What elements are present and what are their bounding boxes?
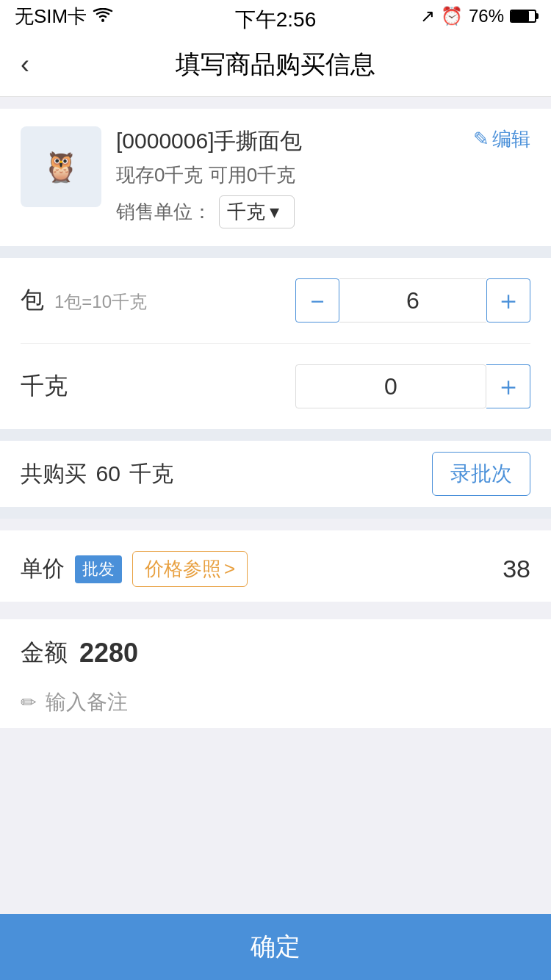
- remark-row[interactable]: ✏ 输入备注: [21, 677, 530, 728]
- pack-label-group: 包 1包=10千克: [21, 284, 147, 317]
- kg-quantity-row: 千克 ＋: [21, 344, 530, 429]
- status-right: ↗ ⏰ 76%: [420, 6, 536, 26]
- remark-icon: ✏: [21, 691, 37, 714]
- empty-space: [0, 728, 551, 934]
- carrier-label: 无SIM卡: [15, 4, 87, 29]
- kg-label-group: 千克: [21, 370, 68, 403]
- pack-hint: 1包=10千克: [54, 290, 147, 314]
- kg-label: 千克: [21, 370, 68, 403]
- summary-unit: 千克: [129, 461, 173, 486]
- amount-value: 2280: [79, 638, 138, 669]
- alarm-icon: ⏰: [441, 6, 463, 26]
- amount-section: 金额 2280 ✏ 输入备注: [0, 602, 551, 728]
- unit-label: 销售单位：: [116, 199, 212, 225]
- dropdown-icon: ▾: [270, 201, 279, 223]
- price-row: 单价 批发 价格参照 > 38: [21, 551, 530, 587]
- amount-row: 金额 2280: [21, 637, 530, 669]
- price-ref-arrow: >: [224, 558, 235, 580]
- product-info: [0000006]手撕面包 ✎ 编辑 现存0千克 可用0千克 销售单位： 千克 …: [116, 126, 530, 228]
- confirm-button[interactable]: 确定: [251, 930, 300, 964]
- confirm-bar[interactable]: 确定: [0, 914, 551, 980]
- summary-text: 共购买 60 千克: [21, 459, 173, 489]
- price-ref-label: 价格参照: [145, 556, 221, 582]
- kg-plus-button[interactable]: ＋: [486, 364, 530, 408]
- pack-plus-button[interactable]: ＋: [486, 278, 530, 323]
- kg-input[interactable]: [295, 364, 486, 408]
- price-ref-button[interactable]: 价格参照 >: [132, 551, 248, 587]
- unit-select[interactable]: 千克 ▾: [219, 195, 295, 228]
- battery-icon: [510, 10, 536, 23]
- edit-button[interactable]: ✎ 编辑: [473, 126, 530, 152]
- svg-point-0: [101, 19, 104, 22]
- pack-label: 包: [21, 284, 44, 317]
- price-label: 单价: [21, 554, 65, 584]
- batch-button[interactable]: 录批次: [432, 452, 530, 496]
- summary-amount: 60: [96, 461, 120, 486]
- product-card: 🦉 [0000006]手撕面包 ✎ 编辑 现存0千克 可用0千克 销售单位： 千…: [0, 109, 551, 246]
- divider-1: [0, 246, 551, 258]
- status-bar: 无SIM卡 下午2:56 ↗ ⏰ 76%: [0, 0, 551, 32]
- kg-control: ＋: [295, 364, 530, 408]
- product-stock: 现存0千克 可用0千克: [116, 162, 530, 188]
- product-logo: 🦉: [43, 150, 79, 184]
- nav-bar: ‹ 填写商品购买信息: [0, 32, 551, 97]
- wifi-icon: [93, 5, 113, 28]
- pack-quantity-row: 包 1包=10千克 － ＋: [21, 258, 530, 344]
- price-section: 单价 批发 价格参照 > 38: [0, 530, 551, 602]
- product-unit-row: 销售单位： 千克 ▾: [116, 195, 530, 228]
- product-top: [0000006]手撕面包 ✎ 编辑: [116, 126, 530, 156]
- unit-value: 千克: [227, 199, 265, 225]
- price-value: 38: [503, 555, 530, 583]
- summary-section: 共购买 60 千克 录批次: [0, 441, 551, 507]
- pack-control: － ＋: [295, 278, 530, 323]
- divider-3: [0, 507, 551, 519]
- back-button[interactable]: ‹: [21, 49, 29, 80]
- pack-minus-button[interactable]: －: [295, 278, 339, 323]
- page-title: 填写商品购买信息: [176, 48, 375, 82]
- location-icon: ↗: [420, 6, 435, 26]
- amount-label: 金额: [21, 637, 68, 669]
- summary-prefix: 共购买: [21, 461, 87, 486]
- battery-percentage: 76%: [469, 6, 504, 26]
- product-name: [0000006]手撕面包: [116, 126, 466, 156]
- divider-2: [0, 429, 551, 441]
- remark-placeholder: 输入备注: [46, 688, 128, 716]
- edit-label: 编辑: [492, 126, 530, 152]
- edit-icon: ✎: [473, 128, 489, 151]
- price-left: 单价 批发 价格参照 >: [21, 551, 248, 587]
- status-time: 下午2:56: [235, 6, 317, 34]
- status-left: 无SIM卡: [15, 4, 113, 29]
- pack-input[interactable]: [339, 278, 486, 323]
- quantity-section: 包 1包=10千克 － ＋ 千克 ＋: [0, 258, 551, 429]
- product-image: 🦉: [21, 126, 101, 207]
- price-tag: 批发: [75, 555, 122, 583]
